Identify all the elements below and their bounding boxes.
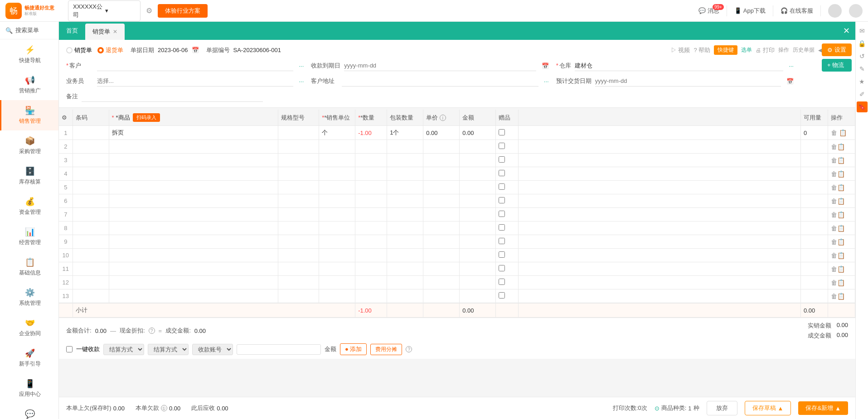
cell-barcode-2[interactable]	[73, 140, 109, 154]
shortcut-btn[interactable]: 快捷键	[714, 45, 737, 55]
cell-pack-1[interactable]: 1个	[387, 126, 423, 140]
tab-home[interactable]: 首页	[59, 22, 85, 40]
cell-gift-1[interactable]	[496, 126, 519, 140]
copy-row-icon[interactable]: 📋	[837, 293, 845, 300]
copy-row-1-icon[interactable]: 📋	[839, 129, 847, 136]
copy-row-icon[interactable]: 📋	[837, 157, 845, 164]
payment-method-select2[interactable]: 结算方式	[148, 344, 189, 355]
delete-row-icon[interactable]: 🗑	[831, 279, 837, 286]
delete-row-icon[interactable]: 🗑	[831, 238, 837, 246]
right-panel-btn-5[interactable]: ★	[857, 76, 868, 87]
avatar2[interactable]	[849, 4, 863, 18]
search-menu[interactable]: 🔍 搜索菜单	[0, 22, 58, 39]
delete-row-icon[interactable]: 🗑	[831, 184, 837, 191]
one-click-pay-checkbox[interactable]	[66, 346, 73, 352]
cell-price-1[interactable]: 0.00	[423, 126, 460, 140]
fee-info-icon[interactable]: ?	[406, 346, 412, 352]
note-input[interactable]	[82, 91, 263, 102]
expected-date-calendar-icon[interactable]: 📅	[786, 78, 794, 85]
sidebar-item-purchase[interactable]: 📦 采购管理	[0, 130, 58, 161]
sidebar-item-sales[interactable]: 🏪 销售管理	[0, 100, 58, 130]
fee-split-btn[interactable]: 费用分摊	[370, 344, 402, 355]
logistics-btn[interactable]: + 物流	[822, 59, 852, 72]
abandon-btn[interactable]: 放弃	[707, 401, 737, 415]
trial-button[interactable]: 体验行业方案	[158, 4, 208, 18]
sidebar-item-system[interactable]: ⚙️ 系统管理	[0, 282, 58, 313]
copy-row-icon[interactable]: 📋	[837, 184, 845, 191]
customer-dots[interactable]: ···	[299, 63, 304, 69]
price-info-icon[interactable]: i	[440, 115, 446, 121]
delete-row-icon[interactable]: 🗑	[831, 211, 837, 218]
save-new-btn[interactable]: 保存&新增 ▲	[798, 401, 848, 415]
delete-row-icon[interactable]: 🗑	[831, 225, 837, 232]
delete-row-1-icon[interactable]: 🗑	[831, 129, 837, 136]
sidebar-item-finance[interactable]: 💰 资金管理	[0, 191, 58, 222]
owe-info-icon[interactable]: ①	[161, 405, 167, 411]
gear-icon[interactable]: ⚙	[62, 114, 67, 121]
settings-icon[interactable]: ⚙	[144, 5, 154, 17]
sidebar-item-collab[interactable]: 🤝 企业协同	[0, 313, 58, 343]
radio-return[interactable]: 退货单	[97, 46, 123, 54]
expected-date-input[interactable]	[595, 76, 781, 87]
payment-method-select[interactable]: 结算方式	[103, 344, 144, 355]
sidebar-item-inventory[interactable]: 🗄️ 库存核算	[0, 161, 58, 191]
customer-addr-dots[interactable]: ···	[544, 78, 549, 85]
history-btn[interactable]: 历史单据	[793, 46, 815, 54]
cell-barcode-1[interactable]	[73, 126, 109, 140]
cell-product-2[interactable]	[109, 140, 278, 154]
customer-addr-input[interactable]	[342, 76, 538, 87]
copy-row-icon[interactable]: 📋	[837, 265, 845, 273]
sidebar-item-apps[interactable]: 📱 应用中心	[0, 373, 58, 404]
copy-row-icon[interactable]: 📋	[837, 252, 845, 259]
tab-close-icon[interactable]: ✕	[113, 29, 117, 35]
delete-row-icon[interactable]: 🗑	[831, 252, 837, 259]
copy-row-icon[interactable]: 📋	[837, 279, 845, 286]
message-btn[interactable]: 💬 消息 99+	[698, 7, 719, 15]
online-service-btn[interactable]: 🎧 在线客服	[781, 7, 813, 15]
save-draft-btn[interactable]: 保存草稿 ▲	[745, 401, 791, 415]
customer-input[interactable]	[97, 60, 293, 71]
receive-date-input[interactable]	[344, 60, 536, 71]
sidebar-item-basics[interactable]: 📋 基础信息	[0, 252, 58, 282]
copy-row-icon[interactable]: 📋	[837, 170, 845, 178]
right-panel-btn-6[interactable]: ✐	[857, 89, 868, 100]
video-btn[interactable]: ▷ 视频	[671, 46, 690, 54]
add-payment-btn[interactable]: ● 添加	[340, 343, 367, 355]
right-panel-btn-3[interactable]: ↺	[857, 51, 868, 62]
company-selector[interactable]: XXXXXX公司 ▾	[68, 0, 141, 21]
warehouse-input[interactable]	[575, 60, 783, 71]
delete-row-icon[interactable]: 🗑	[831, 197, 837, 205]
salesman-dots[interactable]: ···	[299, 78, 304, 85]
receive-date-calendar-icon[interactable]: 📅	[542, 63, 549, 69]
settings-form-btn[interactable]: ⚙ 设置	[822, 43, 852, 56]
cell-qty-1[interactable]: -1.00	[355, 126, 387, 140]
right-panel-btn-1[interactable]: ✉	[857, 25, 868, 36]
radio-sales[interactable]: 销货单	[66, 46, 92, 54]
cell-unit-1[interactable]: 个	[319, 126, 355, 140]
right-panel-btn-2[interactable]: 🔒	[857, 38, 868, 49]
help-btn[interactable]: ? 帮助	[693, 46, 710, 54]
delete-row-icon[interactable]: 🗑	[831, 265, 837, 273]
copy-row-icon[interactable]: 📋	[837, 211, 845, 218]
choose-btn[interactable]: 选单	[741, 46, 752, 54]
salesman-input[interactable]	[97, 76, 293, 87]
sidebar-item-marketing[interactable]: 📢 营销推广	[0, 70, 58, 100]
scan-btn[interactable]: 扫码录入	[133, 113, 160, 122]
right-panel-btn-4[interactable]: ✎	[857, 63, 868, 74]
sidebar-item-guide[interactable]: 🚀 新手引导	[0, 343, 58, 373]
cell-amount-1[interactable]: 0.00	[460, 126, 496, 140]
copy-row-icon[interactable]: 📋	[837, 238, 845, 246]
account-select[interactable]: 收款账号	[192, 344, 233, 355]
right-panel-btn-7[interactable]: 🔖	[857, 101, 868, 112]
sidebar-item-wechat[interactable]: 💬 企业微信	[0, 404, 58, 419]
calendar-icon[interactable]: 📅	[192, 47, 199, 53]
sidebar-item-operations[interactable]: 📊 经营管理	[0, 222, 58, 252]
copy-row-icon[interactable]: 📋	[837, 197, 845, 205]
sidebar-item-quick-nav[interactable]: ⚡ 快捷导航	[0, 39, 58, 70]
discount-info-icon[interactable]: ?	[149, 327, 155, 334]
print-icon[interactable]: 🖨 打印	[756, 46, 774, 54]
warehouse-dots[interactable]: ···	[789, 63, 794, 69]
cell-product-1[interactable]: 拆页	[109, 126, 278, 140]
delete-row-icon[interactable]: 🗑	[831, 157, 837, 164]
copy-row-icon[interactable]: 📋	[837, 225, 845, 232]
